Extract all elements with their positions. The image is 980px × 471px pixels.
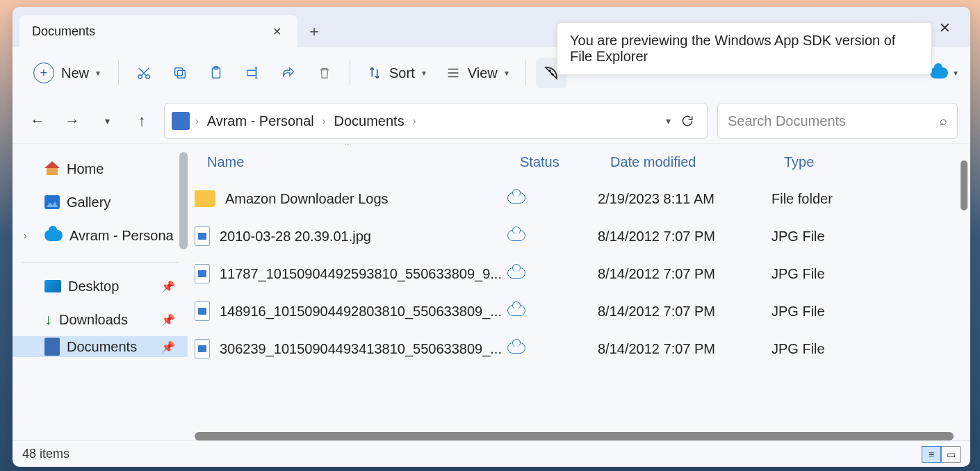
search-icon[interactable]: ⌕	[940, 114, 947, 129]
file-row[interactable]: 2010-03-28 20.39.01.jpg8/14/2012 7:07 PM…	[188, 217, 970, 255]
sidebar-item-home[interactable]: Home	[13, 152, 188, 185]
cloud-icon	[507, 267, 525, 279]
cell-type: JPG File	[771, 341, 970, 357]
download-icon: ↓	[44, 311, 52, 329]
item-count: 48 items	[22, 447, 70, 461]
search-box[interactable]: ⌕	[717, 103, 958, 139]
file-row[interactable]: 148916_10150904492803810_550633809_...8/…	[188, 292, 970, 330]
sidebar-item-label: Home	[67, 161, 104, 177]
plus-circle-icon: +	[33, 63, 54, 83]
window-close-icon[interactable]: ✕	[939, 19, 951, 36]
separator	[350, 60, 350, 85]
file-row[interactable]: 306239_10150904493413810_550633809_...8/…	[188, 330, 970, 367]
cloud-icon	[507, 342, 525, 354]
file-name: 148916_10150904492803810_550633809_...	[220, 304, 502, 320]
cell-name: 148916_10150904492803810_550633809_...	[195, 301, 507, 321]
view-toggle: ≡ ▭	[922, 446, 961, 463]
cell-status	[507, 191, 598, 207]
view-button[interactable]: View ▾	[439, 61, 516, 85]
svg-point-8	[552, 74, 553, 75]
jpg-file-icon	[195, 264, 210, 283]
chevron-right-icon: ›	[194, 115, 200, 126]
address-history-icon[interactable]: ▾	[666, 115, 671, 126]
file-row[interactable]: Amazon Downloader Logs2/19/2023 8:11 AMF…	[188, 180, 970, 217]
pin-icon: 📌	[161, 280, 175, 293]
sort-button[interactable]: Sort ▾	[360, 61, 433, 85]
onedrive-icon	[44, 230, 63, 241]
column-status[interactable]: Status	[520, 154, 610, 170]
breadcrumb-seg-1[interactable]: Documents	[331, 113, 407, 129]
preview-tooltip: You are previewing the Windows App SDK v…	[557, 22, 932, 75]
column-type[interactable]: Type	[784, 154, 970, 170]
pin-icon: 📌	[161, 313, 175, 327]
gallery-icon	[44, 195, 60, 209]
breadcrumb-seg-0[interactable]: Avram - Personal	[204, 113, 317, 129]
nav-sidebar: Home Gallery › Avram - Persona Desktop 📌…	[13, 144, 188, 440]
search-input[interactable]	[728, 113, 940, 129]
sidebar-item-documents[interactable]: Documents 📌	[13, 336, 188, 357]
copy-icon[interactable]	[165, 58, 195, 88]
svg-point-7	[549, 70, 550, 72]
chevron-down-icon: ▾	[505, 68, 509, 78]
file-name: Amazon Downloader Logs	[225, 191, 389, 207]
chevron-right-icon[interactable]: ›	[24, 230, 27, 241]
cloud-icon	[507, 192, 525, 204]
tab-documents[interactable]: Documents ✕	[19, 15, 297, 47]
sidebar-item-onedrive[interactable]: › Avram - Persona	[13, 219, 188, 252]
svg-point-1	[146, 75, 150, 79]
chevron-down-icon: ▾	[96, 68, 100, 78]
file-name: 2010-03-28 20.39.01.jpg	[220, 229, 371, 245]
cell-status	[507, 266, 598, 282]
cell-type: JPG File	[771, 304, 970, 320]
onedrive-status-button[interactable]: ▾	[930, 67, 958, 78]
chevron-down-icon: ▾	[954, 68, 958, 78]
column-date[interactable]: Date modified	[610, 154, 784, 170]
cloud-icon	[507, 230, 525, 241]
delete-icon[interactable]	[309, 58, 340, 88]
jpg-file-icon	[195, 226, 210, 246]
file-row[interactable]: 11787_10150904492593810_550633809_9...8/…	[188, 255, 970, 292]
horizontal-scrollbar[interactable]	[195, 432, 954, 440]
new-label: New	[61, 65, 89, 81]
file-name: 11787_10150904492593810_550633809_9...	[220, 266, 502, 282]
cell-date: 8/14/2012 7:07 PM	[598, 229, 771, 245]
folder-icon	[195, 190, 215, 207]
rename-icon[interactable]	[237, 58, 268, 88]
sidebar-item-desktop[interactable]: Desktop 📌	[13, 270, 188, 303]
new-button[interactable]: + New ▾	[25, 58, 108, 88]
new-tab-button[interactable]: ＋	[297, 15, 331, 47]
sidebar-item-downloads[interactable]: ↓ Downloads 📌	[13, 303, 188, 336]
cell-status	[507, 229, 598, 245]
sort-indicator-icon: ⌃	[343, 144, 350, 151]
refresh-button[interactable]	[675, 108, 700, 133]
sidebar-item-label: Avram - Persona	[70, 228, 174, 244]
details-view-button[interactable]: ≡	[922, 446, 941, 463]
share-icon[interactable]	[273, 58, 304, 88]
file-rows: Amazon Downloader Logs2/19/2023 8:11 AMF…	[188, 180, 970, 432]
cell-name: 11787_10150904492593810_550633809_9...	[195, 264, 507, 283]
cell-status	[507, 341, 598, 357]
jpg-file-icon	[195, 301, 210, 321]
cut-icon[interactable]	[129, 58, 159, 88]
sidebar-scrollbar[interactable]	[179, 152, 188, 249]
sidebar-item-gallery[interactable]: Gallery	[13, 185, 188, 219]
column-name[interactable]: Name	[207, 154, 520, 170]
vertical-scrollbar[interactable]	[961, 160, 967, 210]
separator	[525, 60, 526, 85]
column-headers: Name Status Date modified Type	[188, 144, 970, 180]
file-list-pane: ⌃ Name Status Date modified Type Amazon …	[188, 144, 970, 440]
thumbnails-view-button[interactable]: ▭	[941, 446, 961, 463]
up-button[interactable]: ↑	[129, 108, 154, 133]
back-button[interactable]: ←	[25, 108, 50, 133]
content-body: Home Gallery › Avram - Persona Desktop 📌…	[13, 143, 970, 440]
cell-name: 2010-03-28 20.39.01.jpg	[195, 226, 507, 246]
status-bar: 48 items ≡ ▭	[13, 440, 970, 467]
address-bar[interactable]: › Avram - Personal › Documents › ▾	[164, 103, 708, 139]
recent-dropdown[interactable]: ▾	[95, 108, 120, 133]
close-tab-icon[interactable]: ✕	[268, 23, 285, 40]
sidebar-item-label: Desktop	[68, 279, 119, 295]
chevron-right-icon: ›	[321, 115, 327, 126]
paste-icon[interactable]	[201, 58, 231, 88]
forward-button[interactable]: →	[60, 108, 85, 133]
sort-label: Sort	[389, 65, 415, 81]
